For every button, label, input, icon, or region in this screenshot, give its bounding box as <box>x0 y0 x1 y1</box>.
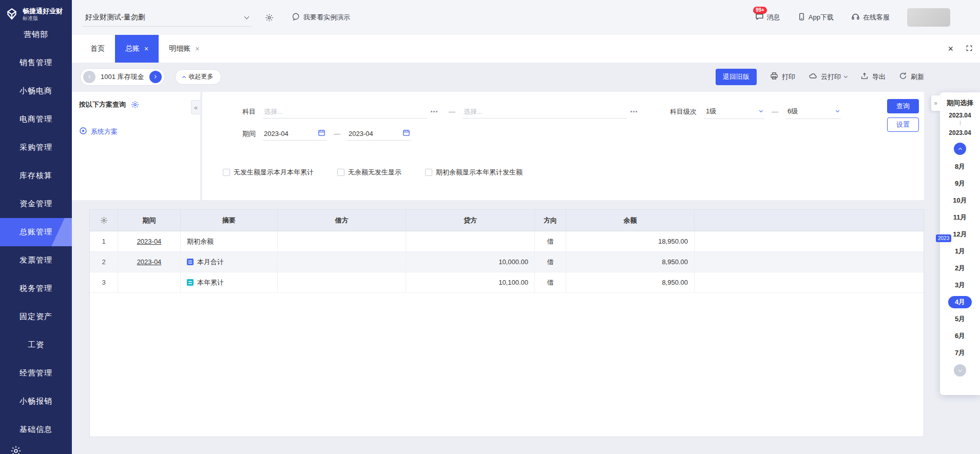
export-button[interactable]: 导出 <box>860 72 886 82</box>
checkbox-hide-no-balance[interactable]: 无余额无发生显示 <box>337 168 401 177</box>
sidebar-item-expense[interactable]: 小畅报销 <box>0 387 72 416</box>
sidebar-settings-gear-icon[interactable] <box>10 445 22 454</box>
month-item[interactable]: 11月 <box>940 209 980 226</box>
period-link[interactable]: 2023-04 <box>137 238 162 245</box>
checkbox-label: 无发生额显示本月本年累计 <box>234 168 314 177</box>
header-credit: 贷方 <box>406 210 535 231</box>
tab-close-icon[interactable]: × <box>195 45 199 52</box>
table-row[interactable]: 3 本年累计 10,100.00 借 8,950.00 <box>90 272 924 293</box>
query-scheme-panel: 按以下方案查询 « 系统方案 <box>72 92 200 200</box>
checkbox-icon <box>425 169 432 176</box>
account-switcher[interactable]: 1001 库存现金 <box>80 68 165 86</box>
collapse-more-button[interactable]: 收起更多 <box>175 69 221 85</box>
period-range-to: 2023.04 <box>940 129 980 136</box>
prev-account-button[interactable] <box>83 71 95 83</box>
fullscreen-icon[interactable] <box>966 45 973 53</box>
system-scheme-item[interactable]: 系统方案 <box>79 127 200 136</box>
sidebar-item-general-ledger[interactable]: 总账管理 <box>0 218 72 246</box>
range-dash: — <box>334 130 340 137</box>
refresh-button[interactable]: 刷新 <box>899 72 924 82</box>
next-account-button[interactable] <box>149 71 162 83</box>
header-right: 99+ 消息 App下载 在线客服 <box>755 8 950 27</box>
sidebar-item-fixed-assets[interactable]: 固定资产 <box>0 303 72 331</box>
month-item[interactable]: 9月 <box>940 175 980 192</box>
scheme-panel-header: 按以下方案查询 <box>72 92 200 109</box>
period-panel-collapse-button[interactable]: » <box>931 95 940 111</box>
period-to-picker[interactable]: 2023-04 <box>348 127 411 141</box>
period-selector-panel: » 期间选择 2023.04 2023.04 8月 9月 10月 11月 12月… <box>940 92 980 395</box>
sidebar-item-invoice[interactable]: 发票管理 <box>0 246 72 274</box>
sidebar-item-inventory[interactable]: 库存核算 <box>0 162 72 190</box>
checkbox-opening-balance-accumulate[interactable]: 期初余额显示本年累计发生额 <box>425 168 523 177</box>
period-from-picker[interactable]: 2023-04 <box>263 127 326 141</box>
demo-label: 我要看实例演示 <box>303 13 350 22</box>
subject-from-input[interactable] <box>263 105 427 119</box>
month-item[interactable]: 5月 <box>940 310 980 327</box>
period-filter-row: 期间 2023-04 — 2023-04 <box>242 127 411 141</box>
calendar-icon <box>318 129 325 138</box>
column-settings-button[interactable] <box>90 210 118 231</box>
month-item[interactable]: 10月 <box>940 192 980 209</box>
subject-to-input[interactable] <box>463 105 627 119</box>
print-button[interactable]: 打印 <box>770 72 795 82</box>
subject-from-picker-button[interactable]: ⋯ <box>430 107 438 116</box>
tab-general-ledger[interactable]: 总账 × <box>115 35 159 63</box>
summary-text: 本年累计 <box>197 278 224 287</box>
scroll-up-button[interactable] <box>954 143 966 155</box>
sidebar-item-ecommerce[interactable]: 电商管理 <box>0 105 72 133</box>
scheme-panel-collapse-button[interactable]: « <box>191 100 200 114</box>
settings-button[interactable]: 设置 <box>887 117 919 132</box>
month-item[interactable]: 7月 <box>940 344 980 361</box>
month-item[interactable]: 1月 <box>940 243 980 260</box>
messages-button[interactable]: 99+ 消息 <box>755 12 780 23</box>
checkbox-show-month-year-accumulate[interactable]: 无发生额显示本月本年累计 <box>223 168 314 177</box>
level-to-select[interactable]: 6级 <box>785 104 841 119</box>
tab-home[interactable]: 首页 <box>80 35 115 63</box>
row-index: 2 <box>90 252 118 272</box>
app-download-button[interactable]: App下载 <box>798 12 834 23</box>
sidebar-item-funds[interactable]: 资金管理 <box>0 190 72 218</box>
month-item[interactable]: 8月 <box>940 158 980 175</box>
month-item[interactable]: 6月 <box>940 327 980 344</box>
header-settings-gear-icon[interactable] <box>265 13 274 22</box>
sidebar-item-purchase[interactable]: 采购管理 <box>0 133 72 162</box>
sidebar-item-operation[interactable]: 经营管理 <box>0 359 72 387</box>
cloud-print-button[interactable]: 云打印 <box>809 72 847 82</box>
tab-detail-label: 明细账 <box>169 44 190 53</box>
period-link[interactable]: 2023-04 <box>137 258 162 266</box>
calendar-icon <box>402 129 410 138</box>
month-item[interactable]: 2月 <box>940 260 980 277</box>
scheme-gear-icon[interactable] <box>131 101 139 109</box>
header-debit: 借方 <box>278 210 406 231</box>
demo-link[interactable]: 我要看实例演示 <box>291 12 350 23</box>
level-from-select[interactable]: 1级 <box>704 104 764 119</box>
summary-cell: 期初余额 <box>181 231 278 252</box>
period-range-from: 2023.04 <box>940 112 980 119</box>
sidebar-item-base-info[interactable]: 基础信息 <box>0 416 72 444</box>
month-item[interactable]: 3月 <box>940 277 980 293</box>
scroll-down-button[interactable] <box>954 364 966 377</box>
range-dash: — <box>449 108 455 115</box>
refresh-label: 刷新 <box>911 72 924 82</box>
tab-detail-ledger[interactable]: 明细账 × <box>159 35 209 63</box>
sidebar-item-payroll[interactable]: 工资 <box>0 331 72 359</box>
sidebar-item-ecommerce-mini[interactable]: 小畅电商 <box>0 77 72 105</box>
company-selector[interactable]: 好业财测试-量勿删 <box>82 9 252 27</box>
month-item-selected[interactable]: 4月 <box>940 293 980 310</box>
table-row[interactable]: 2 2023-04 本月合计 10,000.00 借 8,950.00 <box>90 252 924 272</box>
tab-close-icon[interactable]: × <box>144 45 148 52</box>
close-icon[interactable]: × <box>948 44 953 54</box>
table-row[interactable]: 1 2023-04 期初余额 借 18,950.00 <box>90 231 924 252</box>
scheme-icon <box>79 127 87 136</box>
search-button[interactable]: 查询 <box>887 99 919 113</box>
sidebar-menu: 营销部 销售管理 小畅电商 电商管理 采购管理 库存核算 资金管理 总账管理 发… <box>0 21 72 444</box>
subject-to-picker-button[interactable]: ⋯ <box>630 107 638 116</box>
month-total-doc-icon <box>187 259 194 265</box>
user-avatar[interactable] <box>907 8 950 27</box>
sidebar-item-sales[interactable]: 销售管理 <box>0 49 72 77</box>
subject-level-label: 科目级次 <box>670 107 697 116</box>
month-list: 8月 9月 10月 11月 12月 2023 1月 2月 3月 4月 5月 6月… <box>940 158 980 361</box>
sidebar-item-tax[interactable]: 税务管理 <box>0 274 72 303</box>
online-service-button[interactable]: 在线客服 <box>851 12 890 23</box>
back-to-old-version-button[interactable]: 退回旧版 <box>716 69 757 85</box>
